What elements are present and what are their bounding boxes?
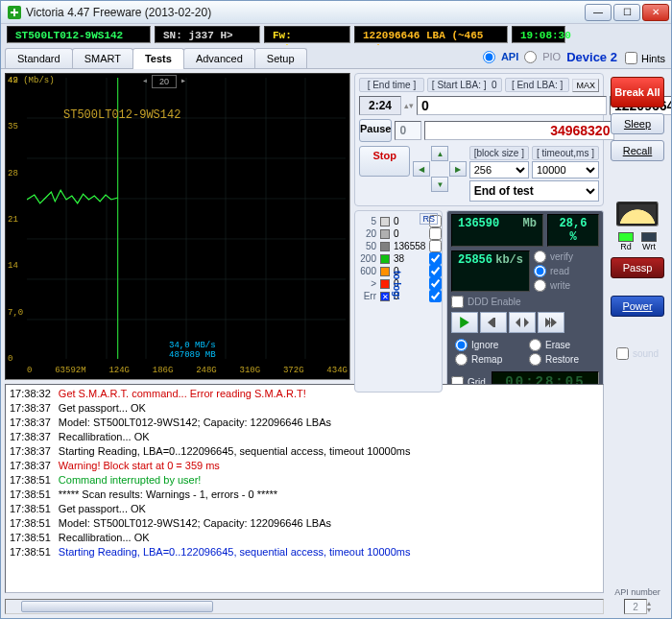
hints-checkbox[interactable]: Hints <box>625 52 671 68</box>
api-radio[interactable]: API <box>483 51 518 63</box>
graph-y-axis: 42352821147,00 <box>8 76 27 364</box>
stop-button[interactable]: Stop <box>359 146 410 177</box>
lba-field: 122096646 LBA (~465 GB) <box>354 26 508 43</box>
restore-radio[interactable]: Restore <box>529 353 599 366</box>
position-field <box>424 121 614 140</box>
end-time-label: [ End time ] <box>359 78 424 92</box>
graph-size-note: 487089 MB <box>169 350 216 360</box>
sound-checkbox[interactable]: sound <box>616 347 659 360</box>
ignore-radio[interactable]: Ignore <box>455 339 525 351</box>
nav-right-icon[interactable]: ▶ <box>449 161 467 177</box>
write-radio[interactable]: write <box>534 279 599 292</box>
block-stat-checkbox[interactable] <box>429 265 442 277</box>
log-hscrollbar[interactable] <box>5 599 604 614</box>
mode-select[interactable]: End of test <box>469 180 599 202</box>
upper-area: 49 (Mb/s) ◂ ▸ 42352821147,00 <box>5 73 604 380</box>
scroll-thumb[interactable] <box>21 601 213 612</box>
start-lba-field[interactable] <box>417 96 607 115</box>
app-window: Victoria 4.47 Freeware (2013-02-20) — ☐ … <box>0 0 672 619</box>
play-button[interactable] <box>451 312 478 333</box>
app-icon <box>7 5 22 20</box>
tab-setup[interactable]: Setup <box>254 48 307 68</box>
nav-pad: ▲ ▼ ◀ ▶ <box>413 146 466 192</box>
block-color-icon <box>380 254 390 264</box>
block-color-icon <box>380 242 390 251</box>
info-bar: ST500LT012-9WS142 SN: j337 H> Fw: unknow… <box>1 24 671 45</box>
nav-left-icon[interactable]: ◀ <box>413 161 430 177</box>
verify-radio[interactable]: verify <box>534 250 599 263</box>
start-lba-label: [ Start LBA: ] 0 <box>427 78 502 92</box>
mb-lcd: 136590Mb <box>451 214 543 247</box>
block-size-select[interactable]: 256 <box>469 161 529 179</box>
block-stat-row: 50136558 <box>357 240 444 252</box>
minimize-button[interactable]: — <box>585 4 612 21</box>
rs-label: RS <box>420 213 438 225</box>
log-line: 17:38:51Command interrupted by user! <box>10 473 599 488</box>
device-selector: API PIO Device 2 <box>483 48 625 68</box>
read-radio[interactable]: read <box>534 265 599 277</box>
maximize-button[interactable]: ☐ <box>613 4 640 21</box>
status-panel: 136590Mb 28,6 % 25856kb/s verify read wr… <box>446 210 604 393</box>
clock-field: 19:08:30 <box>512 26 565 43</box>
block-stat-checkbox[interactable] <box>429 290 442 302</box>
block-color-icon <box>380 217 390 226</box>
firmware-field: Fw: unknown <box>264 26 350 43</box>
spin-icon[interactable]: ▴▾ <box>404 101 414 110</box>
nav-down-icon[interactable]: ▼ <box>431 177 448 192</box>
tab-tests[interactable]: Tests <box>132 48 184 69</box>
api-down-icon[interactable]: ▾ <box>647 607 651 613</box>
tab-smart[interactable]: SMART <box>72 48 133 68</box>
log-line: 17:38:51Starting Reading, LBA=0..1220966… <box>10 545 599 559</box>
block-stats: RS 5020050136558200386000>0Err✕0 to log: <box>354 210 443 393</box>
passp-button[interactable]: Passp <box>611 257 664 278</box>
block-stat-row: 20038 <box>357 252 444 265</box>
timeout-select[interactable]: 10000 <box>532 161 599 179</box>
step-back-button[interactable] <box>480 312 507 333</box>
erase-radio[interactable]: Erase <box>529 339 599 351</box>
block-stat-checkbox[interactable] <box>429 227 442 240</box>
recall-button[interactable]: Recall <box>611 140 664 161</box>
block-color-icon: ✕ <box>380 292 390 301</box>
break-all-button[interactable]: Break All <box>611 77 664 107</box>
max-button[interactable]: MAX <box>572 79 599 92</box>
end-time-field[interactable] <box>359 96 401 115</box>
timeout-label: [ timeout,ms ] <box>532 146 599 160</box>
log-panel[interactable]: 17:38:32Get S.M.A.R.T. command... Error … <box>5 384 604 593</box>
log-line: 17:38:37Model: ST500LT012-9WS142; Capaci… <box>10 416 599 430</box>
step-fwd-button[interactable] <box>538 312 564 333</box>
block-stat-row: 200 <box>357 227 444 240</box>
nav-up-icon[interactable]: ▲ <box>431 146 448 161</box>
log-line: 17:38:37Recallibration... OK <box>10 430 599 444</box>
block-color-icon <box>380 279 390 289</box>
to-log-label: to log: <box>392 271 402 300</box>
api-number-input[interactable] <box>624 599 647 614</box>
graph-x-axis: 063592M124G186G248G310G372G434G <box>27 366 348 377</box>
remap-radio[interactable]: Remap <box>455 353 525 366</box>
window-buttons: — ☐ ✕ <box>585 4 669 21</box>
device-current[interactable]: Device 2 <box>566 50 617 64</box>
pause-button[interactable]: Pause <box>359 119 392 142</box>
close-button[interactable]: ✕ <box>642 4 669 21</box>
block-stat-checkbox[interactable] <box>429 252 442 265</box>
serial-field: SN: j337 H> <box>155 26 260 43</box>
step-random-button[interactable] <box>509 312 536 333</box>
transport-bar <box>451 312 599 333</box>
ddd-checkbox[interactable]: DDD Enable <box>451 296 599 308</box>
action-radios: Ignore Erase Remap Restore <box>451 337 599 368</box>
block-stat-checkbox[interactable] <box>429 240 442 252</box>
tab-advanced[interactable]: Advanced <box>183 48 255 68</box>
log-line: 17:38:51***** Scan results: Warnings - 1… <box>10 488 599 502</box>
log-line: 17:38:32Get S.M.A.R.T. command... Error … <box>10 387 599 401</box>
pio-radio[interactable]: PIO <box>524 51 561 63</box>
wrt-led-icon <box>641 232 657 242</box>
block-stat-checkbox[interactable] <box>429 277 442 290</box>
body: 49 (Mb/s) ◂ ▸ 42352821147,00 <box>1 69 671 618</box>
drive-model-field: ST500LT012-9WS142 <box>7 26 151 43</box>
titlebar: Victoria 4.47 Freeware (2013-02-20) — ☐ … <box>1 1 671 24</box>
window-title: Victoria 4.47 Freeware (2013-02-20) <box>26 6 585 19</box>
power-button[interactable]: Power <box>611 296 664 317</box>
sleep-button[interactable]: Sleep <box>611 113 664 134</box>
tab-standard[interactable]: Standard <box>5 48 73 68</box>
main-column: 49 (Mb/s) ◂ ▸ 42352821147,00 <box>5 73 604 614</box>
log-line: 17:38:37Starting Reading, LBA=0..1220966… <box>10 444 599 459</box>
